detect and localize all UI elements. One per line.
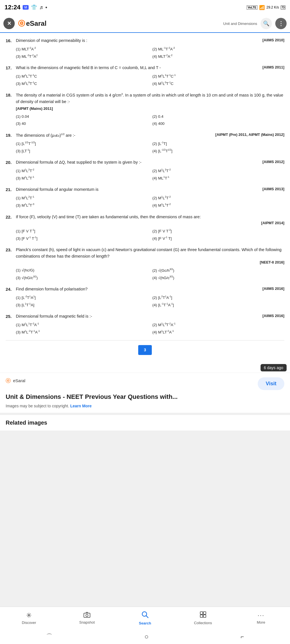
page-indicator: 3 [6,345,284,355]
question-24: 24. Find dimension formula of polarisati… [6,286,284,308]
q19-opt4: (4) [L-1/2T1/2] [152,148,284,154]
q18-opt4: (4) 400 [152,121,284,127]
question-22-row: 22. If force (F), velocity (V) and time … [6,214,284,226]
q21-number: 21. [6,186,14,193]
question-18-row: 18. The density of a material in CGS sys… [6,92,284,112]
logo-text: eSaral [26,20,46,27]
q21-opt3: (3) M1L2T-3 [16,202,148,208]
nav-discover[interactable]: ✳ Discover [0,609,58,627]
q19-opt2: (2) [L-1T] [152,140,284,147]
q19-opt3: (3) [LT-1] [16,148,148,154]
shirt-icon: 👕 [31,4,37,10]
snapshot-label: Snapshot [79,620,95,624]
q22-options: (1) [F V T-1] (2) [F V T-2] (3) [F V-1 T… [6,228,284,241]
question-22: 22. If force (F), velocity (V) and time … [6,214,284,241]
volte-badge: VoLTE [247,5,257,10]
close-icon: ✕ [7,20,11,27]
svg-line-3 [146,616,148,618]
speed-text: 29.2 K/s [266,5,279,9]
status-right: VoLTE 📶 29.2 K/s 73 [247,5,285,10]
q24-options: (1) [L-2T1A1] (2) [L2T1A-1] (3) [L1T-1A]… [6,294,284,308]
q21-opt2: (2) M1L2T-2 [152,195,284,201]
esaral-brand-icon: ⓔ [18,19,25,28]
lens-icon: 🔍 [263,20,269,27]
q18-opt3: (3) 40 [16,121,148,127]
q23-opt4: (4) √(hG/c3/2) [152,275,284,281]
battery-icon: 73 [281,5,285,10]
nav-more[interactable]: ··· More [232,609,290,627]
q25-options: (1) M1L1T-2A-1 (2) M1L0T-2A-1 (3) M1L-2T… [6,322,284,335]
question-23: 23. Planck's constant (h), speed of ligh… [6,247,284,281]
q16-opt4: (4) MLT-2A-2 [152,53,284,59]
browser-bar: ✕ ⓔ eSaral Unit and Dimensions 🔍 ⋮ [0,15,290,33]
q18-text: The density of a material in CGS system … [16,92,284,112]
question-16: 16. Dimension of magnetic permeability i… [6,37,284,59]
q24-opt2: (2) [L2T1A-1] [152,294,284,301]
svg-rect-7 [203,615,206,617]
question-17-row: 17. What is the dimensions of magnetic f… [6,65,284,71]
url-bar[interactable]: Unit and Dimensions [50,22,257,26]
q20-opt2: (2) M1L2T-2 [152,168,284,174]
nav-search[interactable]: Search [116,609,174,628]
q22-opt3: (3) [F V-1 T-1] [16,235,148,241]
q16-opt3: (3) ML-2T-2A2 [16,53,148,59]
page-number[interactable]: 3 [138,345,152,355]
nav-snapshot[interactable]: Snapshot [58,610,116,627]
info-card: ⓔ eSaral Visit Unit & Dimensions - NEET … [0,373,290,413]
q22-opt4: (4) [F V-1 T] [152,235,284,241]
question-20: 20. Dimensional formula of ΔQ, heat supp… [6,159,284,181]
info-site-name: eSaral [13,378,25,383]
question-16-row: 16. Dimension of magnetic permeability i… [6,37,284,44]
status-bar: 12:24 VI 👕 ♬ • VoLTE 📶 29.2 K/s 73 [0,0,290,15]
lens-button[interactable]: 🔍 [261,18,272,29]
q25-opt1: (1) M1L1T-2A-1 [16,322,148,328]
home-button[interactable]: ○ [144,633,149,641]
visit-button[interactable]: Visit [258,377,284,390]
q17-options: (1) M1L1T-1C (2) M1L1T-1C-1 (3) M1L0T-1C… [6,73,284,87]
carrier-badge: VI [23,5,28,10]
copyright-label: Images may be subject to copyright. [6,404,69,408]
collections-label: Collections [194,621,212,625]
q17-opt4: (4) M1L0T-1C [152,80,284,87]
timestamp-badge: 6 days ago [261,364,287,371]
q21-opt1: (1) M1L2T-1 [16,195,148,201]
q20-opt3: (3) M1L2T-1 [16,175,148,181]
question-18: 18. The density of a material in CGS sys… [6,92,284,127]
q20-source: [AIIMS 2012] [263,159,284,166]
info-site-row: ⓔ eSaral [6,377,25,384]
q18-number: 18. [6,92,14,112]
question-21: 21. Dimensional formula of angular momen… [6,186,284,208]
q21-source: [AIIMS 2013] [263,186,284,193]
svg-rect-4 [200,612,203,614]
q18-opt1: (1) 0.04 [16,114,148,120]
q23-text: Planck's constant (h), speed of light in… [16,247,284,266]
nav-collections[interactable]: Collections [174,609,232,627]
related-images-section: Related images [0,413,290,431]
q23-options: (1) √(hc/G) (2) √(Gc/h3/2) (3) √(hG/c3/2… [6,267,284,281]
more-menu-button[interactable]: ⋮ [275,18,287,29]
q17-opt2: (2) M1L1T-1C-1 [152,73,284,79]
status-left: 12:24 VI 👕 ♬ • [5,4,47,11]
q16-opt2: (2) ML-1T-2A-2 [152,46,284,52]
q19-opt1: (1) [L1/2T-1/2] [16,140,148,147]
q20-opt4: (4) ML1T-1 [152,175,284,181]
q24-number: 24. [6,286,14,293]
back-button[interactable]: ⌒ [46,632,52,641]
q16-number: 16. [6,37,14,44]
discover-label: Discover [22,621,36,625]
learn-more-link[interactable]: Learn More [70,404,91,408]
q16-options: (1) MLT-2A-2 (2) ML-1T-2A-2 (3) ML-2T-2A… [6,46,284,59]
q25-source: [AIIMS 2016] [263,313,284,320]
recent-apps-button[interactable]: ⌐ [241,634,244,640]
close-button[interactable]: ✕ [3,18,15,29]
search-label: Search [139,621,151,625]
question-17: 17. What is the dimensions of magnetic f… [6,65,284,87]
q22-opt2: (2) [F V T-2] [152,228,284,234]
q25-opt4: (4) M1LT-2A-1 [152,329,284,335]
question-20-row: 20. Dimensional formula of ΔQ, heat supp… [6,159,284,166]
signal-icon: 📶 [259,5,265,10]
q17-number: 17. [6,65,14,71]
q22-text: If force (F), velocity (V) and time (T) … [16,214,284,226]
svg-point-1 [86,614,88,617]
q24-text: Find dimension formula of polarisation? [16,286,260,293]
